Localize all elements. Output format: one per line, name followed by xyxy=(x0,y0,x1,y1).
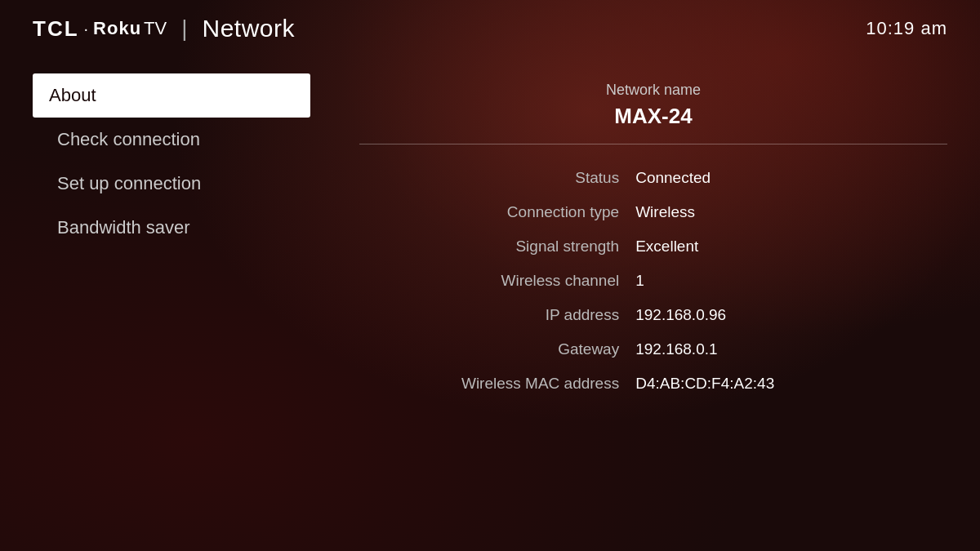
main-content: AboutCheck connectionSet up connectionBa… xyxy=(0,57,980,543)
info-label: Wireless MAC address xyxy=(359,375,619,393)
network-name-section: Network name MAX-24 xyxy=(359,82,947,144)
info-label: Wireless channel xyxy=(359,272,619,290)
header: TCL · Roku TV | Network 10:19 am xyxy=(0,0,980,57)
header-time: 10:19 am xyxy=(866,18,947,39)
info-row: Wireless channel1 xyxy=(359,264,947,298)
left-menu: AboutCheck connectionSet up connectionBa… xyxy=(33,73,310,527)
menu-item-check-connection[interactable]: Check connection xyxy=(41,118,310,162)
info-value: 1 xyxy=(635,272,947,290)
page-title: Network xyxy=(203,15,296,42)
info-table: StatusConnectedConnection typeWirelessSi… xyxy=(359,161,947,401)
info-value: Wireless xyxy=(635,203,947,221)
info-value: D4:AB:CD:F4:A2:43 xyxy=(635,375,947,393)
brand-roku: Roku xyxy=(93,18,141,39)
info-value: 192.168.0.1 xyxy=(635,340,947,358)
info-value: 192.168.0.96 xyxy=(635,306,947,324)
header-divider: | xyxy=(181,16,187,42)
info-label: Status xyxy=(359,169,619,187)
info-value: Connected xyxy=(635,169,947,187)
info-label: Gateway xyxy=(359,340,619,358)
menu-item-about[interactable]: About xyxy=(33,73,310,118)
info-label: IP address xyxy=(359,306,619,324)
brand-tv: TV xyxy=(144,18,167,39)
info-row: IP address192.168.0.96 xyxy=(359,298,947,332)
network-name-value: MAX-24 xyxy=(359,104,947,129)
info-label: Connection type xyxy=(359,203,619,221)
info-label: Signal strength xyxy=(359,238,619,256)
menu-item-set-up-connection[interactable]: Set up connection xyxy=(41,162,310,206)
info-row: Wireless MAC addressD4:AB:CD:F4:A2:43 xyxy=(359,367,947,401)
right-panel: Network name MAX-24 StatusConnectedConne… xyxy=(359,73,947,527)
info-row: StatusConnected xyxy=(359,161,947,195)
menu-item-bandwidth-saver[interactable]: Bandwidth saver xyxy=(41,206,310,250)
brand-logo: TCL · Roku TV | Network xyxy=(33,15,295,42)
info-row: Connection typeWireless xyxy=(359,195,947,229)
info-row: Gateway192.168.0.1 xyxy=(359,332,947,367)
info-value: Excellent xyxy=(635,238,947,256)
network-name-label: Network name xyxy=(359,82,947,99)
brand-tcl: TCL xyxy=(33,16,79,42)
brand-separator-dot: · xyxy=(84,20,89,38)
info-row: Signal strengthExcellent xyxy=(359,229,947,264)
